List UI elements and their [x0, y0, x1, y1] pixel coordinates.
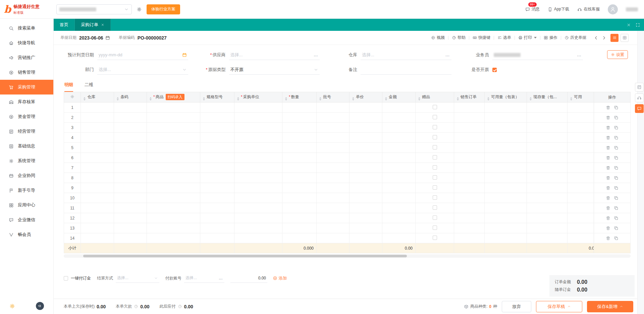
- sidebar-item-wechat[interactable]: 企业微信: [0, 212, 53, 227]
- delete-row-icon[interactable]: [606, 236, 610, 241]
- close-tabs-icon[interactable]: [627, 23, 631, 27]
- sort-icon[interactable]: [352, 97, 354, 101]
- cell-batch[interactable]: [317, 183, 350, 193]
- cell-warehouse[interactable]: [81, 183, 114, 193]
- cell-avail_pkg[interactable]: [485, 123, 527, 133]
- gift-checkbox[interactable]: [433, 105, 437, 109]
- sidebar-item-megaphone[interactable]: 营销推广: [0, 50, 53, 65]
- cell-avail[interactable]: [568, 143, 597, 153]
- gift-checkbox[interactable]: [433, 236, 437, 240]
- toolbar-play-button[interactable]: 视频: [428, 35, 448, 41]
- bill-type-input[interactable]: 不开票: [229, 65, 320, 75]
- delete-row-icon[interactable]: [606, 186, 610, 190]
- service-button[interactable]: [635, 93, 644, 102]
- cell-avail_pkg[interactable]: [485, 203, 527, 213]
- cell-sales_order[interactable]: [454, 193, 485, 203]
- cell-avail_pkg[interactable]: [485, 213, 527, 223]
- sort-icon[interactable]: [530, 97, 532, 101]
- cell-barcode[interactable]: [114, 193, 147, 203]
- messages-button[interactable]: 99+ 消息: [525, 6, 540, 12]
- cell-avail[interactable]: [568, 133, 597, 143]
- delete-row-icon[interactable]: [606, 176, 610, 180]
- cell-qty[interactable]: [282, 153, 317, 163]
- cell-barcode[interactable]: [114, 143, 147, 153]
- detail-tab-二维[interactable]: 二维: [85, 82, 93, 92]
- deposit-amount-input[interactable]: 0.00: [230, 273, 267, 283]
- cell-unit[interactable]: [234, 163, 282, 173]
- cell-sales_order[interactable]: [454, 223, 485, 233]
- cell-batch[interactable]: [317, 103, 350, 113]
- delete-row-icon[interactable]: [606, 216, 610, 221]
- close-tab-icon[interactable]: [101, 23, 104, 26]
- cell-batch[interactable]: [317, 213, 350, 223]
- grid-view-button[interactable]: [621, 34, 629, 42]
- quick-pay-checkbox[interactable]: [64, 276, 68, 280]
- cell-avail_pkg[interactable]: [485, 223, 527, 233]
- copy-row-icon[interactable]: [614, 186, 619, 190]
- cell-amount[interactable]: [382, 123, 416, 133]
- cell-avail_pkg[interactable]: [485, 143, 527, 153]
- delete-row-icon[interactable]: [606, 166, 610, 170]
- cell-sales_order[interactable]: [454, 103, 485, 113]
- cell-stock_pkg[interactable]: [527, 153, 568, 163]
- cell-unit[interactable]: [234, 213, 282, 223]
- cell-avail[interactable]: [568, 173, 597, 183]
- copy-row-icon[interactable]: [614, 216, 619, 221]
- sidebar-item-collab[interactable]: 企业协同: [0, 168, 53, 183]
- cell-avail[interactable]: [568, 193, 597, 203]
- cell-avail[interactable]: [568, 113, 597, 123]
- fullscreen-icon[interactable]: [636, 23, 640, 27]
- sidebar-item-member[interactable]: 畅会员: [0, 227, 53, 242]
- cell-spec[interactable]: [200, 203, 234, 213]
- feedback-button[interactable]: [635, 83, 644, 91]
- cell-avail[interactable]: [568, 233, 597, 243]
- delete-row-icon[interactable]: [606, 155, 610, 160]
- cell-sales_order[interactable]: [454, 183, 485, 193]
- gift-checkbox[interactable]: [433, 205, 437, 210]
- cell-spec[interactable]: [200, 213, 234, 223]
- cell-unit[interactable]: [234, 203, 282, 213]
- cell-avail_pkg[interactable]: [485, 153, 527, 163]
- cell-spec[interactable]: [200, 163, 234, 173]
- cell-stock_pkg[interactable]: [527, 133, 568, 143]
- cell-barcode[interactable]: [114, 103, 147, 113]
- cell-price[interactable]: [350, 153, 382, 163]
- cell-stock_pkg[interactable]: [527, 193, 568, 203]
- cell-unit[interactable]: [234, 123, 282, 133]
- cell-unit[interactable]: [234, 143, 282, 153]
- sidebar-item-cart[interactable]: 采购管理: [0, 80, 53, 95]
- sort-icon[interactable]: [150, 97, 152, 101]
- cell-warehouse[interactable]: [81, 143, 114, 153]
- gift-checkbox[interactable]: [433, 145, 437, 149]
- cell-price[interactable]: [350, 163, 382, 173]
- cell-barcode[interactable]: [114, 173, 147, 183]
- save-draft-button[interactable]: 保存草稿: [536, 301, 582, 312]
- gift-checkbox[interactable]: [433, 115, 437, 119]
- cell-sales_order[interactable]: [454, 113, 485, 123]
- cell-amount[interactable]: [382, 143, 416, 153]
- cell-price[interactable]: [350, 173, 382, 183]
- cell-price[interactable]: [350, 123, 382, 133]
- toolbar-keyboard-button[interactable]: 快捷键: [469, 35, 494, 41]
- cell-barcode[interactable]: [114, 113, 147, 123]
- cell-barcode[interactable]: [114, 213, 147, 223]
- cell-qty[interactable]: [282, 183, 317, 193]
- salesperson-input[interactable]: …: [492, 50, 583, 60]
- sidebar-item-system[interactable]: 系统管理: [0, 153, 53, 168]
- cell-batch[interactable]: [317, 173, 350, 183]
- copy-row-icon[interactable]: [614, 145, 619, 150]
- cell-avail[interactable]: [568, 123, 597, 133]
- toolbar-help-button[interactable]: 帮助: [448, 35, 469, 41]
- cell-avail_pkg[interactable]: [485, 113, 527, 123]
- cell-avail[interactable]: [568, 153, 597, 163]
- detail-tab-明细[interactable]: 明细: [64, 82, 73, 92]
- cell-unit[interactable]: [234, 133, 282, 143]
- tab-首页[interactable]: 首页: [54, 19, 75, 31]
- cell-warehouse[interactable]: [81, 193, 114, 203]
- sort-icon[interactable]: [319, 97, 321, 101]
- cell-sales_order[interactable]: [454, 123, 485, 133]
- sidebar-item-search[interactable]: 搜索菜单: [0, 21, 53, 36]
- cell-barcode[interactable]: [114, 223, 147, 233]
- cell-unit[interactable]: [234, 193, 282, 203]
- payment-account-select[interactable]: 选择... …: [184, 273, 224, 283]
